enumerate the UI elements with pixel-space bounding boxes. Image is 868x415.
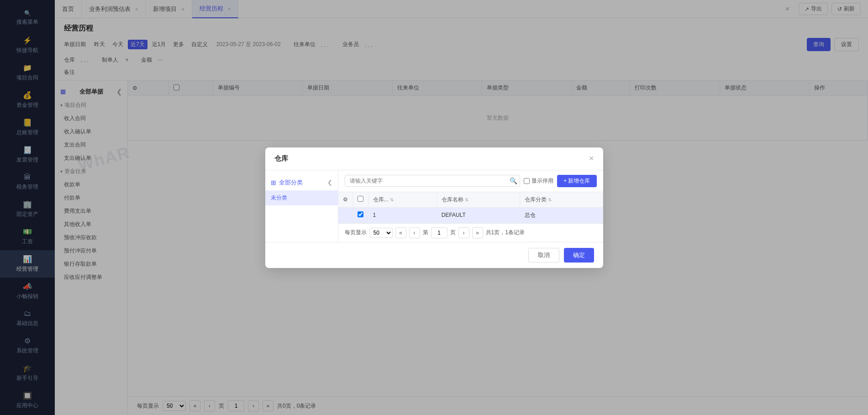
modal-left-panel: ⊞ 全部分类 ❮ 未分类: [265, 170, 338, 242]
modal-header: 仓库 ×: [265, 147, 603, 170]
show-disabled-label[interactable]: 显示停用: [524, 177, 553, 185]
row-id: 1: [368, 207, 437, 223]
modal-col-check[interactable]: [352, 192, 368, 208]
modal-pagination: 每页显示 50 100 « ‹ 第 页 › » 共1页，1条记录: [338, 223, 603, 242]
modal-col-gear[interactable]: ⚙: [338, 192, 353, 208]
show-disabled-text: 显示停用: [531, 177, 553, 185]
search-wrapper: 🔍: [345, 175, 521, 187]
warehouse-modal: 仓库 × ⊞ 全部分类 ❮ 未分类: [265, 147, 603, 268]
show-disabled-checkbox[interactable]: [524, 178, 530, 184]
modal-search-input[interactable]: [345, 175, 521, 187]
sort-category-icon: ⇅: [548, 197, 552, 202]
row-gear: [338, 207, 353, 223]
cancel-button[interactable]: 取消: [528, 248, 559, 263]
modal-uncategorized[interactable]: 未分类: [265, 190, 338, 205]
modal-last-btn[interactable]: »: [472, 227, 483, 238]
add-warehouse-btn[interactable]: + 新增仓库: [557, 175, 596, 187]
search-icon[interactable]: 🔍: [510, 177, 517, 184]
modal-close-btn[interactable]: ×: [589, 154, 594, 163]
modal-gear-icon: ⚙: [343, 196, 348, 203]
modal-all-category[interactable]: ⊞ 全部分类 ❮: [265, 175, 338, 190]
modal-next-btn[interactable]: ›: [458, 227, 469, 238]
modal-col-name[interactable]: 仓库名称 ⇅: [437, 192, 520, 208]
modal-page-suffix: 页: [450, 229, 456, 236]
sort-name-icon: ⇅: [465, 197, 468, 202]
modal-col-code[interactable]: 仓库... ⇅: [368, 192, 437, 208]
modal-toolbar: 🔍 显示停用 + 新增仓库: [338, 170, 603, 192]
row-code: DEFAULT: [437, 207, 520, 223]
row-select-checkbox[interactable]: [358, 211, 363, 217]
row-checkbox[interactable]: [352, 207, 368, 223]
modal-overlay[interactable]: 仓库 × ⊞ 全部分类 ❮ 未分类: [0, 0, 868, 415]
modal-col-category[interactable]: 仓库分类 ⇅: [520, 192, 603, 208]
modal-per-page-select[interactable]: 50 100: [369, 228, 393, 238]
modal-all-category-label: 全部分类: [279, 179, 303, 187]
modal-total: 共1页，1条记录: [486, 229, 525, 236]
modal-right-panel: 🔍 显示停用 + 新增仓库 ⚙: [338, 170, 603, 242]
grid-icon: ⊞: [271, 179, 276, 186]
modal-title: 仓库: [274, 154, 288, 163]
confirm-button[interactable]: 确定: [564, 248, 594, 263]
modal-prev-btn[interactable]: ‹: [409, 227, 420, 238]
modal-select-all[interactable]: [358, 196, 363, 202]
modal-table-wrapper: ⚙ 仓库... ⇅ 仓库名称 ⇅: [338, 192, 603, 223]
modal-footer: 取消 确定: [265, 242, 603, 268]
modal-page-input[interactable]: [431, 227, 447, 238]
sort-code-icon: ⇅: [390, 197, 394, 202]
row-name: 总仓: [520, 207, 603, 223]
table-row[interactable]: 1 DEFAULT 总仓: [338, 207, 603, 223]
modal-uncategorized-label: 未分类: [271, 194, 287, 201]
collapse-left-btn[interactable]: ❮: [327, 179, 332, 186]
modal-per-page-label: 每页显示: [345, 229, 367, 236]
modal-first-btn[interactable]: «: [395, 227, 406, 238]
modal-body: ⊞ 全部分类 ❮ 未分类 🔍 显示停用: [265, 170, 603, 242]
modal-table: ⚙ 仓库... ⇅ 仓库名称 ⇅: [338, 192, 603, 223]
modal-page-label: 第: [423, 229, 428, 236]
